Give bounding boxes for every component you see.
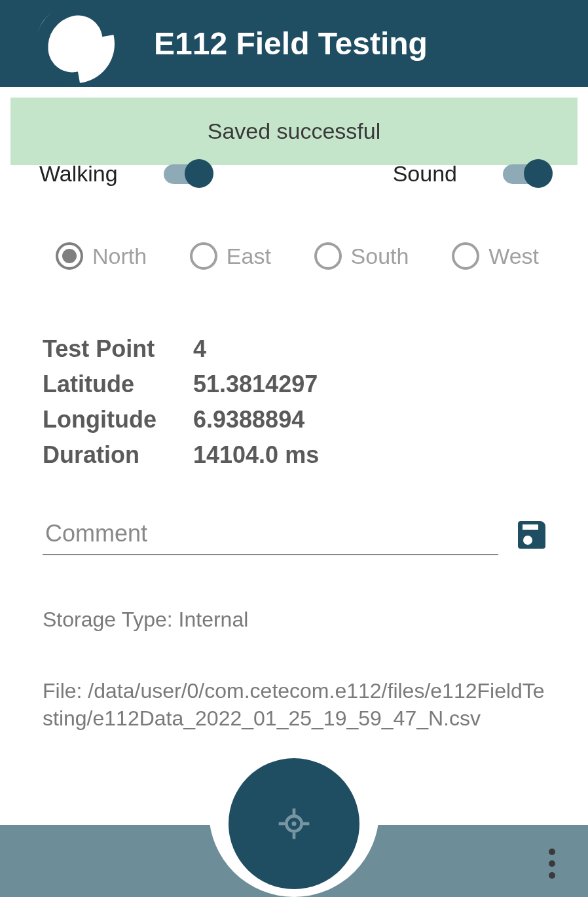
detail-label: Test Point [43,335,193,363]
toggle-row: Walking Sound [0,161,588,187]
radio-south[interactable]: South [314,242,409,270]
comment-row [0,515,588,555]
direction-radios: North East South West [0,242,588,270]
detail-value: 4 [193,335,206,363]
locate-icon [276,805,312,842]
detail-label: Longitude [43,406,193,433]
radio-east[interactable]: East [190,242,271,270]
save-icon[interactable] [518,521,545,549]
detail-row-longitude: Longitude 6.9388894 [43,406,545,433]
detail-row-duration: Duration 14104.0 ms [43,441,545,469]
walking-switch[interactable] [164,164,210,184]
svg-point-1 [292,822,297,826]
sound-label: Sound [393,161,457,187]
app-header: E112 Field Testing [0,0,588,87]
detail-row-test-point: Test Point 4 [43,335,545,363]
file-line: File: /data/user/0/com.cetecom.e112/file… [0,678,588,732]
menu-dots-icon[interactable] [549,849,555,879]
detail-value: 14104.0 ms [193,441,319,469]
locate-button[interactable] [229,758,359,889]
radio-circle-icon [190,242,217,270]
radio-north[interactable]: North [56,242,147,270]
app-title: E112 Field Testing [154,26,428,62]
sound-toggle-group: Sound [393,161,549,187]
walking-label: Walking [39,161,118,187]
radio-circle-icon [314,242,342,270]
detail-row-latitude: Latitude 51.3814297 [43,371,545,398]
radio-label: West [488,244,539,269]
detail-value: 6.9388894 [193,406,304,433]
radio-circle-icon [452,242,479,270]
walking-toggle-group: Walking [39,161,210,187]
sound-switch[interactable] [503,164,549,184]
details-block: Test Point 4 Latitude 51.3814297 Longitu… [0,335,588,469]
radio-label: East [227,244,271,269]
radio-label: North [92,244,147,269]
comment-input[interactable] [43,515,498,555]
c-logo-icon [36,5,115,83]
detail-label: Duration [43,441,193,469]
detail-value: 51.3814297 [193,371,318,398]
radio-label: South [351,244,409,269]
storage-type-line: Storage Type: Internal [0,608,588,632]
radio-circle-icon [56,242,83,270]
radio-west[interactable]: West [452,242,539,270]
detail-label: Latitude [43,371,193,398]
status-banner: Saved successful [10,98,578,165]
